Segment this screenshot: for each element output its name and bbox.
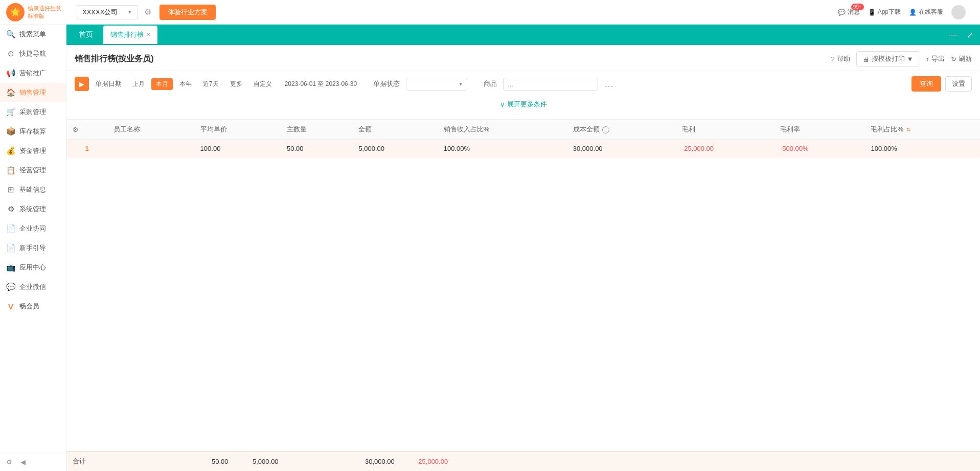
- status-filter-label: 单据状态: [373, 79, 400, 88]
- message-button[interactable]: 💬 消息 99+: [838, 8, 860, 16]
- export-icon: ↑: [926, 55, 930, 63]
- status-select[interactable]: [406, 78, 467, 91]
- date-tab-last-month[interactable]: 上月: [128, 78, 149, 90]
- footer-name: [103, 458, 165, 465]
- minimize-button[interactable]: —: [947, 29, 960, 41]
- appcenter-icon: 📺: [6, 263, 15, 272]
- sidebar-item-newguide[interactable]: 📄 新手引导: [0, 238, 66, 258]
- help-button[interactable]: ? 帮助: [831, 54, 850, 63]
- sidebar-bottom: ⚙ ◀: [0, 453, 66, 471]
- footer-cost: 30,000.00: [359, 458, 410, 465]
- cell-cost: 30,000.00: [567, 140, 676, 158]
- tab-bar: 首页 销售排行榜 × — ⤢: [66, 25, 980, 45]
- sidebar-label-sales: 销售管理: [19, 88, 46, 97]
- sidebar-label-system: 系统管理: [19, 205, 46, 214]
- date-tab-current-year[interactable]: 本年: [175, 78, 196, 90]
- refresh-icon: ↻: [951, 55, 956, 63]
- online-service-button[interactable]: 👤 在线客服: [909, 8, 943, 16]
- refresh-button[interactable]: ↻ 刷新: [951, 54, 972, 63]
- system-icon: ⚙: [6, 205, 15, 214]
- sidebar-item-basic[interactable]: ⊞ 基础信息: [0, 180, 66, 199]
- gear-icon[interactable]: ⚙: [142, 5, 153, 19]
- chevron-down-icon: ∨: [500, 101, 505, 108]
- table-row: 1 100.00 50.00 5,000.00 100.00% 30,000.0…: [66, 140, 980, 158]
- logo-area: 🌟 畅康通好生意 标准版: [6, 3, 73, 21]
- date-tab-last-7days[interactable]: 近7天: [198, 78, 223, 90]
- col-profit: 毛利: [676, 120, 774, 140]
- sidebar-item-inventory[interactable]: 📦 库存核算: [0, 122, 66, 141]
- col-settings[interactable]: ⚙: [66, 120, 107, 140]
- cell-rank: 1: [66, 140, 107, 158]
- chevron-down-icon: ▼: [127, 9, 132, 15]
- col-cost: 成本全额 i: [567, 120, 676, 140]
- sidebar-item-system[interactable]: ⚙ 系统管理: [0, 199, 66, 219]
- tab-close-icon[interactable]: ×: [147, 31, 150, 38]
- footer-cells: 50.00 5,000.00 30,000.00 -25,000.00: [103, 458, 974, 465]
- sidebar-label-member: 畅会员: [19, 302, 39, 311]
- sidebar-item-appcenter[interactable]: 📺 应用中心: [0, 258, 66, 277]
- col-sales-pct: 销售收入占比%: [438, 120, 567, 140]
- col-quantity: 主数量: [281, 120, 352, 140]
- sidebar-item-member[interactable]: V 畅会员: [0, 297, 66, 316]
- date-range-display: 2023-06-01 至 2023-06-30: [285, 80, 357, 88]
- sidebar-item-wechat[interactable]: 💬 企业微信: [0, 277, 66, 297]
- sidebar-item-search[interactable]: 🔍 搜索菜单: [0, 25, 66, 44]
- col-amount: 全额: [352, 120, 437, 140]
- sidebar-label-newguide: 新手引导: [19, 243, 46, 253]
- query-button[interactable]: 查询: [911, 76, 941, 92]
- sidebar-label-operation: 经营管理: [19, 166, 46, 175]
- cell-avg-price: 100.00: [194, 140, 281, 158]
- maximize-button[interactable]: ⤢: [964, 29, 976, 41]
- page-actions: ? 帮助 🖨 按模板打印 ▼ ↑ 导出 ↻: [831, 51, 972, 66]
- cell-sales-pct: 100.00%: [438, 140, 567, 158]
- sidebar-item-finance[interactable]: 💰 资金管理: [0, 141, 66, 161]
- avatar[interactable]: [951, 5, 966, 19]
- sidebar-label-basic: 基础信息: [19, 185, 46, 194]
- company-selector[interactable]: XXXXX公司 ▼: [77, 5, 138, 19]
- sidebar-label-inventory: 库存核算: [19, 127, 46, 136]
- footer-profit: -25,000.00: [410, 458, 461, 465]
- expand-more-row: ∨ 展开更多条件: [75, 95, 972, 114]
- date-tab-custom[interactable]: 自定义: [249, 78, 277, 90]
- sidebar-item-operation[interactable]: 📋 经营管理: [0, 161, 66, 180]
- sidebar-item-marketing[interactable]: 📢 营销推广: [0, 63, 66, 83]
- goods-filter-more-icon[interactable]: …: [604, 79, 613, 89]
- sidebar-label-wechat: 企业微信: [19, 282, 46, 291]
- settings-button[interactable]: 设置: [945, 76, 972, 92]
- sidebar-settings-icon[interactable]: ⚙: [6, 458, 12, 466]
- sales-icon: 🏠: [6, 88, 15, 97]
- inventory-icon: 📦: [6, 127, 15, 136]
- sidebar-item-purchase[interactable]: 🛒 采购管理: [0, 102, 66, 122]
- date-tabs: 上月 本月 本年 近7天 更多 自定义: [128, 78, 277, 90]
- table-footer: 合计 50.00 5,000.00 30,000.00 -25,000.00: [66, 451, 980, 471]
- date-tab-current-month[interactable]: 本月: [151, 78, 173, 90]
- footer-quantity: 50.00: [206, 458, 246, 465]
- expand-more-button[interactable]: ∨ 展开更多条件: [500, 98, 547, 111]
- sidebar-label-enterprise: 企业协同: [19, 224, 46, 233]
- col-profit-pct: 毛利占比% ⇅: [864, 120, 980, 140]
- profit-pct-sort-icon[interactable]: ⇅: [906, 127, 910, 132]
- sidebar-label-appcenter: 应用中心: [19, 263, 46, 272]
- export-button[interactable]: ↑ 导出: [926, 54, 945, 63]
- filter-expand-arrow[interactable]: ▶: [75, 77, 89, 91]
- member-icon: V: [6, 302, 15, 311]
- print-button[interactable]: 🖨 按模板打印 ▼: [856, 51, 920, 66]
- trial-button[interactable]: 体验行业方案: [159, 5, 216, 20]
- cell-profit-rate: -500.00%: [774, 140, 865, 158]
- company-name: XXXXX公司: [82, 8, 124, 17]
- date-tab-more[interactable]: 更多: [225, 78, 247, 90]
- tab-home[interactable]: 首页: [71, 25, 101, 45]
- tab-label-sales-ranking: 销售排行榜: [110, 30, 144, 39]
- cost-info-icon[interactable]: i: [602, 126, 609, 133]
- tab-window-controls: — ⤢: [947, 29, 976, 41]
- sidebar-collapse-icon[interactable]: ◀: [20, 458, 26, 466]
- col-avg-price: 平均单价: [194, 120, 281, 140]
- sidebar-item-enterprise[interactable]: 📄 企业协同: [0, 219, 66, 238]
- sidebar-item-quick-nav[interactable]: ⊙ 快捷导航: [0, 44, 66, 63]
- tab-sales-ranking[interactable]: 销售排行榜 ×: [103, 26, 157, 44]
- sidebar-item-sales[interactable]: 🏠 销售管理: [0, 83, 66, 102]
- goods-filter-input[interactable]: [503, 78, 598, 91]
- app-download-label: App下载: [878, 8, 901, 16]
- online-service-label: 在线客服: [919, 8, 943, 16]
- app-download-button[interactable]: 📱 App下载: [868, 8, 901, 16]
